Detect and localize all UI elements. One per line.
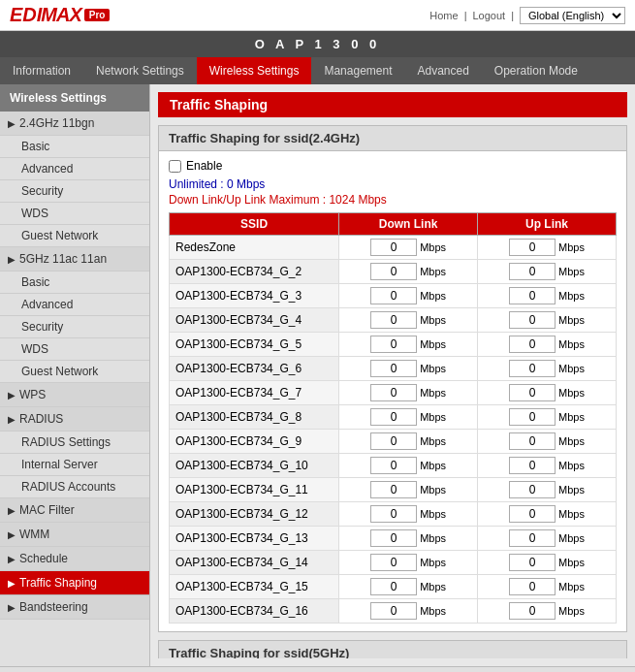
- sidebar-item-radius-settings[interactable]: RADIUS Settings: [0, 432, 149, 454]
- up-cell[interactable]: Mbps: [478, 454, 617, 478]
- sidebar-item-advanced-24[interactable]: Advanced: [0, 158, 149, 180]
- sidebar-item-internal-server[interactable]: Internal Server: [0, 454, 149, 476]
- col-ssid-24: SSID: [170, 213, 339, 236]
- up-input[interactable]: [509, 263, 556, 280]
- up-cell[interactable]: Mbps: [478, 478, 617, 502]
- up-cell[interactable]: Mbps: [478, 284, 617, 308]
- up-cell[interactable]: Mbps: [478, 405, 617, 430]
- up-input[interactable]: [509, 311, 556, 329]
- down-cell[interactable]: Mbps: [339, 599, 478, 624]
- down-input[interactable]: [370, 408, 417, 426]
- sidebar-item-security-24[interactable]: Security: [0, 180, 149, 203]
- down-input[interactable]: [370, 360, 417, 377]
- down-input[interactable]: [370, 239, 417, 256]
- up-cell[interactable]: Mbps: [478, 260, 617, 284]
- up-cell[interactable]: Mbps: [478, 575, 617, 599]
- nav-management[interactable]: Management: [311, 57, 404, 84]
- down-cell[interactable]: Mbps: [339, 575, 478, 599]
- up-cell[interactable]: Mbps: [478, 430, 617, 454]
- up-input[interactable]: [509, 578, 556, 595]
- sidebar-item-bandsteering[interactable]: ▶ Bandsteering: [0, 595, 149, 620]
- down-input[interactable]: [370, 554, 417, 571]
- sidebar-item-24ghz[interactable]: ▶ 2.4GHz 11bgn: [0, 112, 149, 136]
- sidebar-item-wps[interactable]: ▶ WPS: [0, 383, 149, 407]
- up-input[interactable]: [509, 384, 556, 401]
- nav-wireless-settings[interactable]: Wireless Settings: [197, 57, 312, 84]
- down-cell[interactable]: Mbps: [339, 260, 478, 284]
- down-input[interactable]: [370, 529, 417, 547]
- down-input[interactable]: [370, 287, 417, 304]
- up-input[interactable]: [509, 529, 556, 547]
- down-input[interactable]: [370, 457, 417, 474]
- down-input[interactable]: [370, 602, 417, 620]
- nav-information[interactable]: Information: [0, 57, 83, 84]
- down-input[interactable]: [370, 481, 417, 498]
- nav-advanced[interactable]: Advanced: [404, 57, 481, 84]
- sidebar-item-wmm[interactable]: ▶ WMM: [0, 523, 149, 547]
- enable-checkbox-24[interactable]: [169, 160, 181, 173]
- up-input[interactable]: [509, 554, 556, 571]
- down-cell[interactable]: Mbps: [339, 357, 478, 381]
- up-input[interactable]: [509, 287, 556, 304]
- up-input[interactable]: [509, 481, 556, 498]
- up-input[interactable]: [509, 336, 556, 353]
- sidebar-item-schedule[interactable]: ▶ Schedule: [0, 547, 149, 571]
- logout-link[interactable]: Logout: [472, 10, 505, 21]
- up-mbps-label: Mbps: [558, 338, 585, 350]
- down-input[interactable]: [370, 384, 417, 401]
- up-cell[interactable]: Mbps: [478, 599, 617, 624]
- sidebar-item-basic-24[interactable]: Basic: [0, 136, 149, 158]
- down-input[interactable]: [370, 505, 417, 523]
- down-cell[interactable]: Mbps: [339, 430, 478, 454]
- sidebar-item-traffic-shaping[interactable]: ▶ Traffic Shaping: [0, 571, 149, 595]
- down-cell[interactable]: Mbps: [339, 381, 478, 405]
- sidebar-item-advanced-5g[interactable]: Advanced: [0, 294, 149, 316]
- up-input[interactable]: [509, 457, 556, 474]
- nav-operation-mode[interactable]: Operation Mode: [482, 57, 590, 84]
- down-input[interactable]: [370, 432, 417, 450]
- lang-select[interactable]: Global (English): [520, 7, 625, 24]
- sidebar-item-wds-5g[interactable]: WDS: [0, 338, 149, 361]
- sidebar-item-basic-5g[interactable]: Basic: [0, 272, 149, 294]
- down-input[interactable]: [370, 263, 417, 280]
- sidebar-item-guest-5g[interactable]: Guest Network: [0, 361, 149, 383]
- up-cell[interactable]: Mbps: [478, 551, 617, 575]
- sidebar-item-wds-24[interactable]: WDS: [0, 203, 149, 225]
- main-layout: Wireless Settings ▶ 2.4GHz 11bgn Basic A…: [0, 84, 635, 666]
- up-input[interactable]: [509, 505, 556, 523]
- home-link[interactable]: Home: [429, 10, 458, 21]
- up-cell[interactable]: Mbps: [478, 308, 617, 333]
- sidebar-item-radius-accounts[interactable]: RADIUS Accounts: [0, 476, 149, 498]
- down-cell[interactable]: Mbps: [339, 454, 478, 478]
- up-input[interactable]: [509, 239, 556, 256]
- up-input[interactable]: [509, 360, 556, 377]
- up-cell[interactable]: Mbps: [478, 381, 617, 405]
- up-input[interactable]: [509, 432, 556, 450]
- down-cell[interactable]: Mbps: [339, 405, 478, 430]
- nav-network-settings[interactable]: Network Settings: [83, 57, 197, 84]
- down-cell[interactable]: Mbps: [339, 284, 478, 308]
- down-cell[interactable]: Mbps: [339, 308, 478, 333]
- down-cell[interactable]: Mbps: [339, 527, 478, 551]
- down-cell[interactable]: Mbps: [339, 502, 478, 527]
- content-scroll[interactable]: Traffic Shaping for ssid(2.4GHz) Enable …: [158, 125, 627, 658]
- down-input[interactable]: [370, 578, 417, 595]
- sidebar-item-guest-24[interactable]: Guest Network: [0, 225, 149, 247]
- down-cell[interactable]: Mbps: [339, 478, 478, 502]
- sidebar-item-radius[interactable]: ▶ RADIUS: [0, 407, 149, 432]
- down-input[interactable]: [370, 311, 417, 329]
- down-cell[interactable]: Mbps: [339, 333, 478, 357]
- sidebar-item-5ghz[interactable]: ▶ 5GHz 11ac 11an: [0, 247, 149, 272]
- up-input[interactable]: [509, 602, 556, 620]
- down-cell[interactable]: Mbps: [339, 551, 478, 575]
- sidebar-item-mac-filter[interactable]: ▶ MAC Filter: [0, 498, 149, 523]
- up-cell[interactable]: Mbps: [478, 333, 617, 357]
- up-cell[interactable]: Mbps: [478, 357, 617, 381]
- up-cell[interactable]: Mbps: [478, 502, 617, 527]
- up-input[interactable]: [509, 408, 556, 426]
- sidebar-item-security-5g[interactable]: Security: [0, 316, 149, 338]
- up-cell[interactable]: Mbps: [478, 236, 617, 260]
- down-input[interactable]: [370, 336, 417, 353]
- down-cell[interactable]: Mbps: [339, 236, 478, 260]
- up-cell[interactable]: Mbps: [478, 527, 617, 551]
